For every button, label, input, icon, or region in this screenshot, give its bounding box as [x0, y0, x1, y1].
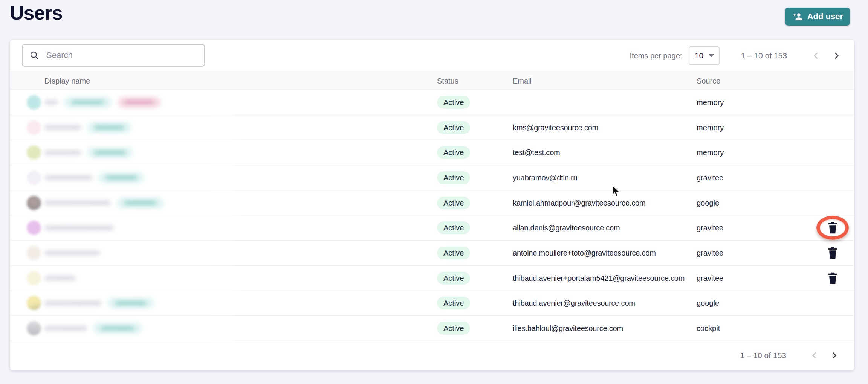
- search-input[interactable]: [46, 50, 198, 60]
- email-cell: antoine.mouliere+toto@graviteesource.com: [513, 248, 656, 257]
- status-badge: Active: [437, 146, 470, 159]
- next-page-button[interactable]: [831, 51, 841, 61]
- next-page-button[interactable]: [829, 350, 839, 360]
- column-header-status: Status: [437, 76, 458, 85]
- table-row[interactable]: Active antoine.mouliere+toto@graviteesou…: [10, 241, 854, 266]
- source-cell: memory: [697, 123, 724, 132]
- display-name-cell: [44, 172, 144, 183]
- email-cell: thibaud.avenier@graviteesource.com: [513, 299, 635, 308]
- delete-user-button[interactable]: [823, 244, 842, 262]
- trash-icon: [827, 271, 839, 285]
- table-row[interactable]: Active kamiel.ahmadpour@graviteesource.c…: [10, 190, 854, 216]
- redacted-name: [44, 100, 58, 105]
- users-card: Items per page: 10 1 – 10 of 153 Display…: [10, 40, 854, 370]
- email-cell: test@test.com: [513, 148, 560, 157]
- table-header: Display name Status Email Source: [10, 72, 854, 90]
- table-row[interactable]: Active yuabramov@dtln.ru gravitee: [10, 165, 854, 190]
- trash-icon: [827, 246, 839, 260]
- display-name-cell: [44, 122, 131, 133]
- avatar: [27, 246, 41, 260]
- source-cell: google: [697, 198, 719, 207]
- avatar: [27, 95, 41, 110]
- status-badge: Active: [437, 96, 470, 109]
- table-body: Active memory Active kms@graviteesource.…: [10, 90, 854, 341]
- email-cell: kms@graviteesource.com: [513, 123, 598, 132]
- page-range-label: 1 – 10 of 153: [741, 51, 787, 60]
- table-toolbar: Items per page: 10 1 – 10 of 153: [10, 40, 854, 72]
- page-title: Users: [10, 2, 63, 24]
- status-badge: Active: [437, 322, 470, 335]
- display-name-cell: [44, 276, 76, 280]
- source-cell: memory: [697, 148, 724, 157]
- display-name-cell: [44, 197, 164, 209]
- avatar: [27, 120, 41, 135]
- display-name-cell: [44, 147, 133, 158]
- delete-user-button[interactable]: [823, 269, 842, 288]
- add-user-label: Add user: [807, 12, 843, 21]
- avatar: [27, 271, 41, 285]
- redacted-role-badge: [117, 197, 164, 209]
- display-name-cell: [44, 323, 142, 334]
- display-name-cell: [44, 226, 114, 230]
- redacted-name: [44, 150, 81, 155]
- table-row[interactable]: Active allan.denis@graviteesource.com gr…: [10, 215, 854, 241]
- chevron-left-icon: [810, 350, 819, 360]
- redacted-name: [44, 125, 81, 130]
- table-row[interactable]: Active thibaud.avenier@graviteesource.co…: [10, 291, 854, 316]
- redacted-name: [44, 250, 100, 255]
- search-icon: [29, 50, 40, 61]
- avatar: [27, 171, 41, 185]
- table-row[interactable]: Active kms@graviteesource.com memory: [10, 115, 854, 140]
- redacted-name: [44, 200, 111, 205]
- status-badge: Active: [437, 272, 470, 285]
- email-cell: thibaud.avenier+portalam5421@graviteesou…: [513, 274, 685, 282]
- caret-down-icon: [709, 54, 714, 57]
- redacted-role-badge: [118, 97, 160, 108]
- chevron-right-icon: [831, 51, 841, 61]
- source-cell: memory: [697, 98, 724, 107]
- table-row[interactable]: Active test@test.com memory: [10, 140, 854, 165]
- redacted-role-badge: [64, 97, 112, 108]
- column-header-source: Source: [697, 76, 720, 85]
- redacted-name: [44, 276, 76, 280]
- avatar: [27, 196, 41, 210]
- items-per-page-label: Items per page:: [630, 52, 682, 60]
- display-name-cell: [44, 297, 154, 309]
- paginator-bottom: 1 – 10 of 153: [10, 341, 854, 370]
- status-badge: Active: [437, 247, 470, 259]
- source-cell: google: [697, 299, 719, 308]
- add-user-button[interactable]: Add user: [785, 8, 850, 26]
- status-badge: Active: [437, 197, 470, 209]
- table-row[interactable]: Active thibaud.avenier+portalam5421@grav…: [10, 266, 854, 291]
- status-badge: Active: [437, 297, 470, 309]
- redacted-name: [44, 326, 87, 331]
- delete-user-button[interactable]: [823, 218, 842, 237]
- trash-icon: [827, 221, 839, 235]
- column-header-email: Email: [513, 76, 532, 85]
- redacted-role-badge: [87, 147, 133, 158]
- source-cell: gravitee: [697, 248, 723, 257]
- redacted-role-badge: [99, 172, 144, 183]
- search-box: [22, 44, 205, 67]
- status-badge: Active: [437, 121, 470, 134]
- previous-page-button[interactable]: [811, 51, 821, 61]
- redacted-role-badge: [93, 323, 142, 334]
- previous-page-button[interactable]: [810, 350, 819, 360]
- status-badge: Active: [437, 171, 470, 184]
- items-per-page-select[interactable]: 10: [689, 46, 720, 65]
- display-name-cell: [44, 250, 100, 255]
- table-row[interactable]: Active memory: [10, 90, 854, 115]
- email-cell: ilies.bahloul@graviteesource.com: [513, 324, 623, 333]
- display-name-cell: [44, 97, 160, 108]
- page-range-label: 1 – 10 of 153: [740, 351, 786, 360]
- table-row[interactable]: Active ilies.bahloul@graviteesource.com …: [10, 316, 854, 341]
- column-header-display-name: Display name: [44, 76, 90, 85]
- source-cell: gravitee: [697, 274, 723, 282]
- paginator-top: Items per page: 10 1 – 10 of 153: [630, 40, 841, 72]
- avatar: [27, 221, 41, 235]
- email-cell: yuabramov@dtln.ru: [513, 173, 577, 182]
- chevron-left-icon: [811, 51, 821, 61]
- redacted-name: [44, 175, 93, 180]
- status-badge: Active: [437, 221, 470, 234]
- email-cell: allan.denis@graviteesource.com: [513, 224, 620, 232]
